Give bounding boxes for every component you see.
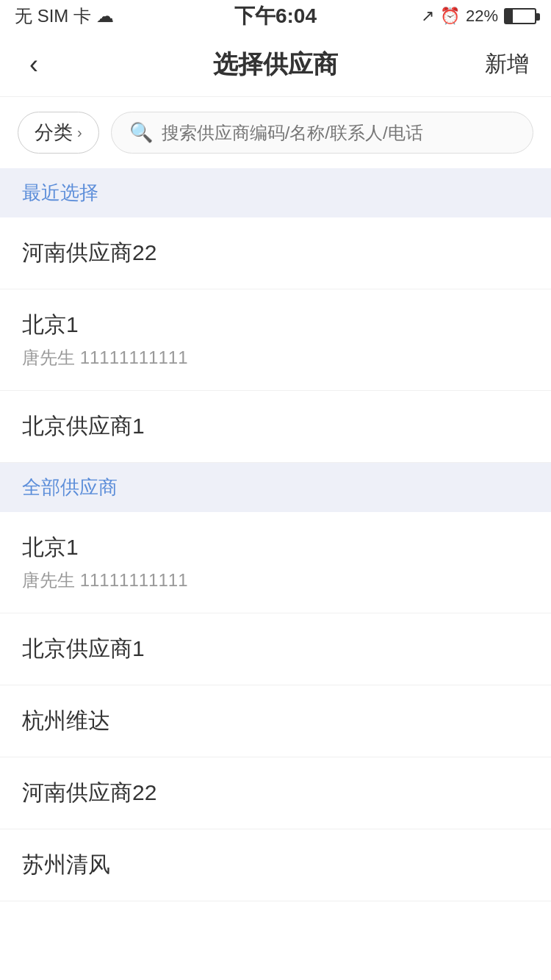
item-sub: 唐先生 11111111111 [22, 569, 529, 592]
item-name: 北京1 [22, 533, 529, 563]
battery-label: 22% [466, 7, 498, 26]
list-item[interactable]: 北京1唐先生 11111111111 [0, 289, 551, 391]
all-section-header: 全部供应商 [0, 463, 551, 512]
recent-section-label: 最近选择 [22, 181, 98, 203]
status-time: 下午6:04 [234, 2, 317, 30]
item-name: 北京供应商1 [22, 411, 529, 442]
battery-icon [504, 8, 536, 24]
add-button[interactable]: 新增 [485, 49, 529, 79]
list-item[interactable]: 河南供应商22 [0, 217, 551, 289]
list-item[interactable]: 杭州维达 [0, 685, 551, 757]
list-item[interactable]: 河南供应商22 [0, 757, 551, 829]
list-item[interactable]: 北京1唐先生 11111111111 [0, 512, 551, 613]
search-input[interactable] [162, 123, 515, 143]
item-name: 河南供应商22 [22, 238, 529, 268]
chevron-right-icon: › [77, 124, 82, 141]
nav-bar: ‹ 选择供应商 新增 [0, 32, 551, 97]
sim-label: 无 SIM 卡 ☁ [15, 4, 114, 28]
item-sub: 唐先生 11111111111 [22, 346, 529, 370]
recent-items-list: 河南供应商22北京1唐先生 11111111111北京供应商1 [0, 217, 551, 463]
status-right: ↗ ⏰ 22% [421, 7, 536, 26]
list-item[interactable]: 北京供应商1 [0, 613, 551, 685]
list-item[interactable]: 北京供应商1 [0, 391, 551, 463]
filter-bar: 分类 › 🔍 [0, 97, 551, 168]
list-item[interactable]: 苏州清风 [0, 829, 551, 901]
status-bar: 无 SIM 卡 ☁ 下午6:04 ↗ ⏰ 22% [0, 0, 551, 32]
alarm-icon: ⏰ [440, 7, 460, 26]
all-items-list: 北京1唐先生 11111111111北京供应商1杭州维达河南供应商22苏州清风 [0, 512, 551, 901]
item-name: 北京供应商1 [22, 634, 529, 664]
item-name: 苏州清风 [22, 850, 529, 880]
item-name: 北京1 [22, 310, 529, 340]
back-button[interactable]: ‹ [22, 42, 46, 87]
item-name: 河南供应商22 [22, 778, 529, 808]
location-icon: ↗ [421, 7, 434, 26]
recent-section-header: 最近选择 [0, 168, 551, 217]
search-box[interactable]: 🔍 [111, 112, 533, 154]
search-icon: 🔍 [129, 121, 153, 144]
category-filter-button[interactable]: 分类 › [18, 112, 99, 154]
status-left: 无 SIM 卡 ☁ [15, 4, 114, 28]
page-title: 选择供应商 [213, 48, 338, 82]
category-label: 分类 [35, 120, 73, 145]
item-name: 杭州维达 [22, 706, 529, 736]
all-section-label: 全部供应商 [22, 476, 118, 498]
